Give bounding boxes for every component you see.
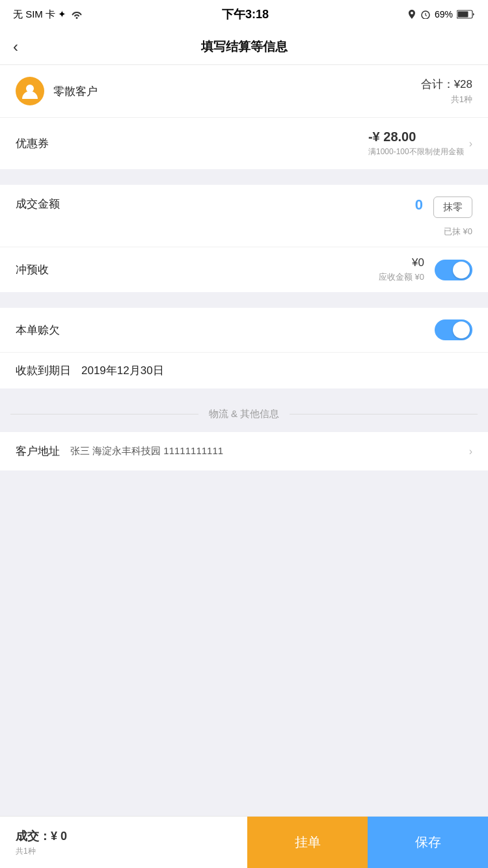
prereceive-label: 冲预收 (16, 262, 49, 277)
address-value: 张三 海淀永丰科技园 11111111111 (70, 445, 459, 457)
transaction-label: 成交金额 (16, 197, 60, 211)
coupon-row[interactable]: 优惠券 -¥ 28.00 满1000-100不限制使用金额 › (0, 117, 488, 169)
status-right: 69% (407, 9, 475, 20)
prereceive-note: 应收金额 ¥0 (379, 271, 424, 283)
prereceive-toggle[interactable] (435, 260, 472, 280)
hang-order-button[interactable]: 挂单 (247, 817, 368, 869)
chevron-right-icon: › (469, 138, 472, 150)
bottom-count: 共1种 (16, 846, 232, 857)
coupon-right: -¥ 28.00 满1000-100不限制使用金额 › (368, 129, 472, 157)
debt-section: 本单赊欠 收款到期日 2019年12月30日 (0, 308, 488, 388)
logistics-label: 物流 & 其他信息 (209, 408, 279, 420)
deal-amount: ¥ 0 (51, 830, 67, 843)
debt-label: 本单赊欠 (16, 323, 60, 338)
location-icon (407, 10, 416, 19)
nav-bar: ‹ 填写结算等信息 (0, 29, 488, 65)
deal-prefix: 成交： (16, 830, 51, 843)
debt-row: 本单赊欠 (0, 308, 488, 352)
bottom-deal: 成交：¥ 0 (16, 828, 232, 844)
debt-toggle[interactable] (435, 319, 472, 340)
prereceive-row: 冲预收 ¥0 应收金额 ¥0 (0, 247, 488, 292)
customer-name: 零散客户 (53, 84, 98, 99)
duedate-value: 2019年12月30日 (81, 363, 164, 378)
status-time: 下午3:18 (222, 7, 269, 22)
customer-left: 零散客户 (16, 77, 98, 105)
page-title: 填写结算等信息 (201, 38, 288, 55)
address-section: 客户地址 张三 海淀永丰科技园 11111111111 › (0, 432, 488, 470)
duedate-row[interactable]: 收款到期日 2019年12月30日 (0, 352, 488, 388)
transaction-row: 成交金额 0 抹零 (0, 185, 488, 224)
transaction-amount[interactable]: 0 (397, 197, 423, 213)
separator-left (10, 414, 198, 414)
back-button[interactable]: ‹ (13, 38, 18, 56)
bottom-summary: 成交：¥ 0 共1种 (0, 828, 247, 857)
coupon-label: 优惠券 (16, 136, 49, 151)
customer-count: 共1种 (421, 94, 472, 105)
bottom-spacer (0, 478, 488, 556)
wifi-icon (70, 10, 83, 19)
customer-total: 合计：¥28 (421, 77, 472, 92)
alarm-icon (420, 10, 431, 19)
prereceive-values: ¥0 应收金额 ¥0 (379, 256, 424, 283)
divider-1 (0, 177, 488, 185)
address-row[interactable]: 客户地址 张三 海淀永丰科技园 11111111111 › (0, 432, 488, 470)
debt-toggle-knob (453, 321, 470, 338)
customer-row: 零散客户 合计：¥28 共1种 (0, 65, 488, 117)
sim-status: 无 SIM 卡 ✦ (13, 8, 66, 21)
save-button[interactable]: 保存 (368, 817, 488, 869)
customer-summary: 合计：¥28 共1种 (421, 77, 472, 105)
prereceive-right: ¥0 应收金额 ¥0 (379, 256, 472, 283)
logistics-section: 物流 & 其他信息 (0, 396, 488, 432)
customer-avatar (16, 77, 44, 105)
svg-rect-2 (457, 12, 468, 18)
toggle-knob (453, 262, 470, 278)
status-bar: 无 SIM 卡 ✦ 下午3:18 69% (0, 0, 488, 29)
battery-icon (457, 10, 475, 19)
separator-right (290, 414, 478, 414)
already-rounded: 已抹 ¥0 (0, 224, 488, 247)
coupon-amount: -¥ 28.00 (368, 129, 464, 144)
transaction-section: 成交金额 0 抹零 已抹 ¥0 冲预收 ¥0 应收金额 ¥0 (0, 185, 488, 292)
status-left: 无 SIM 卡 ✦ (13, 8, 83, 21)
person-icon (21, 82, 39, 100)
round-zero-button[interactable]: 抹零 (433, 197, 472, 218)
divider-2 (0, 300, 488, 308)
duedate-label: 收款到期日 (16, 363, 71, 378)
coupon-detail: -¥ 28.00 满1000-100不限制使用金额 (368, 129, 464, 157)
customer-section: 零散客户 合计：¥28 共1种 优惠券 -¥ 28.00 满1000-100不限… (0, 65, 488, 169)
address-chevron-icon: › (469, 446, 472, 457)
battery-percent: 69% (435, 9, 453, 20)
prereceive-amount: ¥0 (379, 256, 424, 269)
address-label: 客户地址 (16, 444, 60, 459)
transaction-right: 0 抹零 (397, 197, 472, 218)
coupon-note: 满1000-100不限制使用金额 (368, 146, 464, 157)
bottom-bar: 成交：¥ 0 共1种 挂单 保存 (0, 816, 488, 868)
